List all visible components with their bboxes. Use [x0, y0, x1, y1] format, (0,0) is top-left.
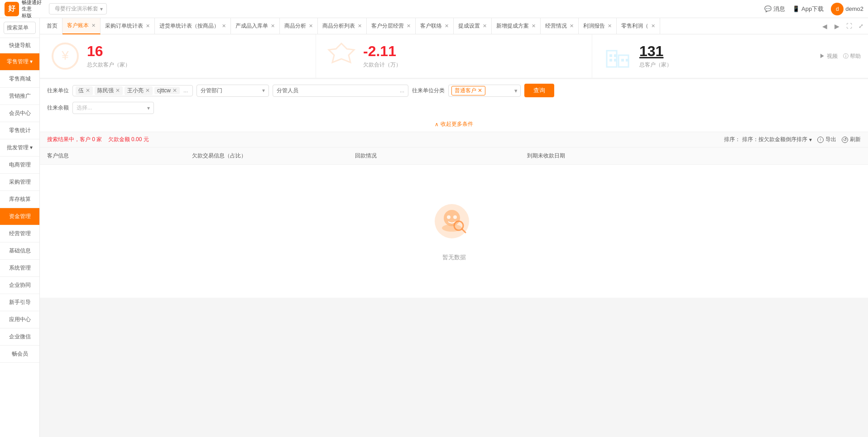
- dept-filter[interactable]: 分管部门 ▾: [197, 85, 269, 97]
- unit-tag-chen-close[interactable]: ✕: [115, 87, 120, 94]
- tab-retail-profit[interactable]: 零售利润（ ✕: [617, 18, 660, 34]
- sidebar-item-basic-info[interactable]: 基础信息: [0, 242, 39, 260]
- tab-close-customer-account[interactable]: ✕: [91, 23, 96, 28]
- unit-class-arrow: ▾: [514, 87, 518, 94]
- refresh-btn[interactable]: ↺ 刷新: [842, 136, 861, 143]
- sidebar-item-retail-mall[interactable]: 零售商城: [0, 71, 39, 88]
- person-filter[interactable]: 分管人员 ...: [273, 85, 408, 97]
- classified-tag-close[interactable]: ✕: [478, 87, 482, 94]
- user-menu-btn[interactable]: d demo2: [831, 3, 863, 15]
- help-link[interactable]: ⓘ 帮助: [843, 52, 861, 60]
- sidebar-item-ecommerce[interactable]: 电商管理: [0, 157, 39, 174]
- sidebar-item-marketing[interactable]: 营销推广: [0, 88, 39, 105]
- query-btn[interactable]: 查询: [524, 84, 554, 97]
- unit-tag-wu-close[interactable]: ✕: [86, 87, 90, 94]
- tab-next-btn[interactable]: ▶: [832, 23, 842, 30]
- stat-label-owe-customers: 总欠款客户（家）: [87, 61, 130, 69]
- sort-arrow: ▾: [809, 137, 812, 143]
- sidebar-item-batch-mgmt[interactable]: 批发管理 ▾: [0, 139, 39, 157]
- tab-close-customer-segment[interactable]: ✕: [407, 23, 411, 29]
- collapse-btn[interactable]: ∧ 收起更多条件: [47, 119, 861, 132]
- filter-row-2: 往来余额 选择... ▾: [47, 102, 861, 114]
- tab-profit-report[interactable]: 利润报告 ✕: [579, 18, 617, 34]
- stat-card-owe-amount: -2.11 欠款合计（万）: [316, 34, 592, 78]
- stat-label-owe-amount: 欠款合计（万）: [363, 61, 401, 69]
- balance-filter-arrow: ▾: [147, 105, 150, 111]
- tab-expand-icon[interactable]: ⛶: [844, 22, 854, 30]
- tab-close-retail-profit[interactable]: ✕: [651, 23, 655, 29]
- person-filter-more[interactable]: ...: [400, 87, 404, 94]
- svg-rect-5: [614, 54, 617, 57]
- sidebar-item-inventory[interactable]: 库存核算: [0, 191, 39, 208]
- stat-info-owe-amount: -2.11 欠款合计（万）: [363, 44, 401, 69]
- tab-close-product-analysis-list[interactable]: ✕: [358, 23, 362, 29]
- tab-fullscreen-icon[interactable]: ⤢: [856, 22, 866, 30]
- message-btn[interactable]: 💬 消息: [764, 5, 785, 13]
- stat-info-total-customers: 131 总客户（家）: [639, 44, 672, 69]
- tab-commission-settings[interactable]: 提成设置 ✕: [454, 18, 492, 34]
- unit-tag-cjttcw-close[interactable]: ✕: [173, 87, 177, 94]
- tab-close-business-status[interactable]: ✕: [570, 23, 574, 29]
- unit-filter-more[interactable]: ...: [182, 87, 190, 94]
- tab-close-product-analysis[interactable]: ✕: [309, 23, 313, 29]
- sidebar-item-sys-mgmt[interactable]: 系统管理: [0, 260, 39, 277]
- table-header: 客户信息 欠款交易信息（占比） 回款情况 到期未收款日期: [40, 147, 868, 165]
- tab-customer-contact[interactable]: 客户联络 ✕: [416, 18, 454, 34]
- sidebar-item-purchase[interactable]: 采购管理: [0, 174, 39, 191]
- unit-tag-wang-close[interactable]: ✕: [145, 87, 150, 94]
- tab-business-status[interactable]: 经营情况 ✕: [541, 18, 579, 34]
- stat-card-owe-customers: ¥ 16 总欠款客户（家）: [40, 34, 316, 78]
- sidebar-item-enterprise-wx[interactable]: 企业微信: [0, 328, 39, 346]
- sidebar-item-member-center[interactable]: 会员中心: [0, 105, 39, 122]
- app-download-btn[interactable]: 📱 App下载: [792, 5, 824, 13]
- tab-customer-account[interactable]: 客户账本 ✕: [62, 18, 101, 34]
- sidebar-item-finance[interactable]: 资金管理: [0, 208, 39, 225]
- industry-selector[interactable]: 母婴行业演示帐套 ▾: [49, 3, 107, 14]
- video-link[interactable]: ▶ 视频: [820, 52, 837, 60]
- tab-close-new-commission-plan[interactable]: ✕: [532, 23, 536, 29]
- tab-close-inbound-stats[interactable]: ✕: [222, 23, 226, 29]
- table-header-debt: 欠款交易信息（占比）: [192, 152, 355, 160]
- sidebar-item-corp-collab[interactable]: 企业协同: [0, 277, 39, 294]
- tab-home[interactable]: 首页: [42, 18, 62, 34]
- tab-produce-inbound[interactable]: 产成品入库单 ✕: [231, 18, 280, 34]
- tab-close-profit-report[interactable]: ✕: [608, 23, 612, 29]
- sidebar-item-new-guide[interactable]: 新手引导: [0, 294, 39, 311]
- quick-nav-btn[interactable]: 快捷导航: [0, 38, 39, 53]
- tab-close-commission-settings[interactable]: ✕: [483, 23, 487, 29]
- sidebar-item-vip-member[interactable]: 畅会员: [0, 346, 39, 363]
- stat-icon-badge: [327, 42, 356, 71]
- export-icon: ↑: [817, 137, 824, 143]
- tab-new-commission-plan[interactable]: 新增提成方案 ✕: [492, 18, 541, 34]
- tab-customer-segment[interactable]: 客户分层经营 ✕: [367, 18, 416, 34]
- tab-close-customer-contact[interactable]: ✕: [445, 23, 449, 29]
- search-menu-btn[interactable]: 搜索菜单: [4, 22, 36, 34]
- collapse-icon: ∧: [435, 121, 439, 128]
- empty-text: 暂无数据: [442, 253, 466, 261]
- tab-product-analysis[interactable]: 商品分析 ✕: [280, 18, 318, 34]
- tab-close-produce-inbound[interactable]: ✕: [271, 23, 275, 29]
- sidebar-item-retail-stats[interactable]: 零售统计: [0, 122, 39, 139]
- export-btn[interactable]: ↑ 导出: [817, 136, 836, 143]
- sidebar-item-app-center[interactable]: 应用中心: [0, 311, 39, 328]
- stat-card-total-customers: 131 总客户（家） ▶ 视频 ⓘ 帮助: [592, 34, 868, 78]
- refresh-icon: ↺: [842, 137, 848, 143]
- sidebar-search-section: 搜索菜单: [0, 18, 39, 38]
- content-area: 首页 客户账本 ✕ 采购订单统计表 ✕ 进货单统计表（按商品） ✕ 产成品入库单…: [40, 18, 868, 437]
- tab-close-purchase-order-stats[interactable]: ✕: [146, 23, 150, 29]
- svg-text:¥: ¥: [61, 48, 69, 62]
- tab-purchase-order-stats[interactable]: 采购订单统计表 ✕: [101, 18, 155, 34]
- tab-inbound-stats[interactable]: 进货单统计表（按商品） ✕: [155, 18, 231, 34]
- results-actions: 排序： 排序：按欠款金额倒序排序 ▾ ↑ 导出 ↺ 刷新: [724, 136, 861, 143]
- unit-tag-wu: 伍 ✕: [76, 86, 93, 95]
- svg-rect-9: [626, 59, 628, 62]
- filter-bar: 往来单位 伍 ✕ 陈民强 ✕ 王小亮: [40, 79, 868, 132]
- tab-prev-btn[interactable]: ◀: [820, 23, 830, 30]
- results-info: 搜索结果中，客户 0 家 欠款金额 0.00 元: [47, 136, 724, 143]
- sort-select[interactable]: 排序： 排序：按欠款金额倒序排序 ▾: [724, 136, 812, 143]
- sidebar-item-ops-mgmt[interactable]: 经营管理: [0, 225, 39, 242]
- balance-filter[interactable]: 选择... ▾: [72, 102, 154, 114]
- tab-product-analysis-list[interactable]: 商品分析列表 ✕: [318, 18, 367, 34]
- stat-value-total-customers[interactable]: 131: [639, 44, 672, 58]
- sidebar-item-retail-mgmt[interactable]: 零售管理 ▾: [0, 53, 39, 71]
